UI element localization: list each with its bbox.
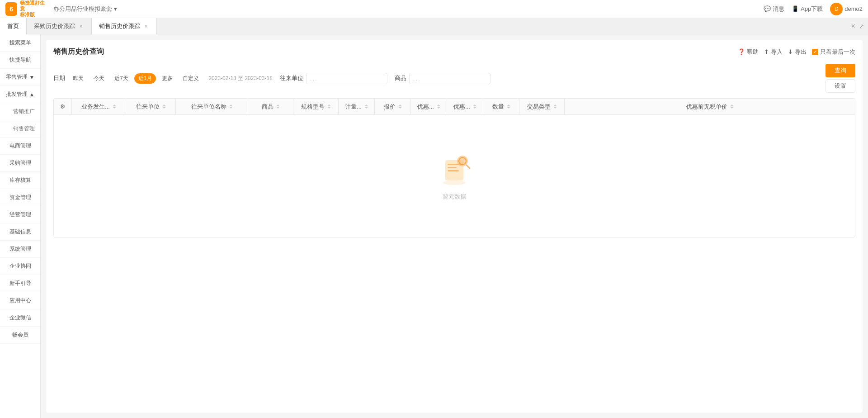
sidebar-item-ops-mgmt[interactable]: 经营管理 [0, 206, 40, 223]
sort-biz-date-icon [113, 104, 116, 109]
tab-sales-close[interactable]: × [143, 23, 149, 29]
th-partner-code[interactable]: 往来单位 [126, 99, 176, 114]
sidebar-item-purchase-mgmt[interactable]: 采购管理 [0, 155, 40, 172]
date-btn-7days[interactable]: 近7天 [110, 73, 132, 84]
svg-line-6 [467, 165, 470, 168]
sidebar-item-search-menu[interactable]: 搜索菜单 [0, 34, 40, 52]
date-filter-group: 日期 昨天 今天 近7天 近1月 更多 自定义 2023-02-18 至 202… [53, 73, 273, 84]
sort-spec-icon [327, 104, 331, 109]
wholesale-mgmt-label: 批发管理 [6, 90, 28, 98]
sort-qty-icon [507, 104, 510, 109]
sidebar-item-retail-mgmt[interactable]: 零售管理 ▼ [0, 69, 40, 86]
finance-mgmt-label: 资金管理 [9, 194, 31, 201]
tab-bar-actions: × ⤢ [851, 22, 868, 30]
sidebar-item-new-guide[interactable]: 新手引导 [0, 275, 40, 292]
date-label: 日期 [53, 74, 65, 82]
date-btn-yesterday[interactable]: 昨天 [69, 73, 88, 84]
th-gear[interactable]: ⚙ [54, 99, 72, 114]
date-btn-today[interactable]: 今天 [90, 73, 108, 84]
sidebar-item-wholesale-mgmt[interactable]: 批发管理 ▲ [0, 86, 40, 103]
goods-input[interactable]: ... [409, 73, 491, 84]
svg-rect-4 [448, 170, 459, 171]
sidebar-item-member[interactable]: 畅会员 [0, 327, 40, 344]
search-menu-label: 搜索菜单 [9, 39, 31, 47]
partner-label: 往来单位 [280, 74, 303, 82]
sort-partner-code-icon [162, 104, 166, 109]
th-partner-name[interactable]: 往来单位名称 [176, 99, 248, 114]
tab-sales-history[interactable]: 销售历史价跟踪 × [92, 18, 157, 34]
sidebar-item-finance-mgmt[interactable]: 资金管理 [0, 189, 40, 206]
retail-mgmt-label: 零售管理 [6, 73, 28, 81]
inventory-label: 库存核算 [9, 176, 31, 184]
help-icon: ❓ [738, 48, 745, 55]
sidebar-item-sales-mgmt[interactable]: 销售管理 [0, 120, 40, 138]
app-download-action[interactable]: 📱 App下载 [792, 5, 823, 13]
th-quote[interactable]: 报价 [375, 99, 411, 114]
tab-purchase-history[interactable]: 采购历史价跟踪 × [27, 18, 92, 34]
tab-bar: 首页 采购历史价跟踪 × 销售历史价跟踪 × × ⤢ [0, 18, 868, 34]
sidebar-item-enterprise-collab[interactable]: 企业协同 [0, 258, 40, 275]
main-layout: 搜索菜单 快捷导航 零售管理 ▼ 批发管理 ▲ 营销推广 销售管理 电商管理 采… [0, 34, 868, 418]
date-btn-more[interactable]: 更多 [158, 73, 177, 84]
th-qty[interactable]: 数量 [483, 99, 519, 114]
filter-row: 日期 昨天 今天 近7天 近1月 更多 自定义 2023-02-18 至 202… [53, 64, 855, 93]
sort-trade-type-icon [553, 104, 557, 109]
logo-text: 畅捷通好生意 标准版 [20, 0, 46, 18]
app-center-label: 应用中心 [9, 297, 31, 304]
sort-discount1-icon [437, 104, 440, 109]
th-biz-date[interactable]: 业务发生... [72, 99, 126, 114]
tab-purchase-close[interactable]: × [78, 23, 84, 29]
app-selector[interactable]: 办公用品行业模拟账套 ▾ [50, 3, 121, 15]
close-all-icon[interactable]: × [851, 22, 855, 30]
sidebar-item-marketing[interactable]: 营销推广 [0, 103, 40, 120]
sidebar: 搜索菜单 快捷导航 零售管理 ▼ 批发管理 ▲ 营销推广 销售管理 电商管理 采… [0, 34, 41, 418]
help-btn[interactable]: ❓ 帮助 [738, 48, 759, 56]
export-btn[interactable]: ⬇ 导出 [788, 48, 807, 56]
th-discount2[interactable]: 优惠... [447, 99, 483, 114]
sort-goods-icon [276, 104, 280, 109]
svg-point-0 [443, 180, 466, 185]
search-button[interactable]: 查询 [826, 64, 855, 77]
logo-icon: 6 [5, 2, 17, 16]
enterprise-collab-label: 企业协同 [9, 262, 31, 270]
quick-nav-label: 快捷导航 [9, 56, 31, 64]
only-last-checkbox[interactable]: ✓ 只看最后一次 [812, 48, 855, 56]
enterprise-wechat-label: 企业微信 [9, 314, 31, 322]
import-btn[interactable]: ⬆ 导入 [764, 48, 783, 56]
date-btn-1month[interactable]: 近1月 [134, 73, 156, 84]
header-right: 💬 消息 📱 App下载 D demo2 [764, 3, 863, 15]
sort-quote-icon [398, 104, 402, 109]
export-icon: ⬇ [788, 48, 793, 55]
sort-unit-icon [364, 104, 368, 109]
sidebar-item-ecommerce-mgmt[interactable]: 电商管理 [0, 138, 40, 155]
tab-home[interactable]: 首页 [0, 18, 27, 34]
empty-state: 暂元数据 [54, 115, 855, 237]
th-trade-type[interactable]: 交易类型 [519, 99, 565, 114]
top-header: 6 畅捷通好生意 标准版 办公用品行业模拟账套 ▾ 💬 消息 📱 App下载 D… [0, 0, 868, 18]
sidebar-item-basic-info[interactable]: 基础信息 [0, 223, 40, 241]
th-goods[interactable]: 商品 [248, 99, 293, 114]
sidebar-item-quick-nav[interactable]: 快捷导航 [0, 52, 40, 69]
setting-button[interactable]: 设置 [826, 79, 855, 93]
date-btn-custom[interactable]: 自定义 [179, 73, 203, 84]
sidebar-item-system-mgmt[interactable]: 系统管理 [0, 241, 40, 258]
partner-input[interactable]: ... [306, 73, 387, 84]
import-icon: ⬆ [764, 48, 769, 55]
th-pre-tax-price[interactable]: 优惠前无税单价 [565, 99, 855, 114]
purchase-mgmt-label: 采购管理 [9, 159, 31, 167]
sales-mgmt-label: 销售管理 [13, 125, 35, 133]
sidebar-item-enterprise-wechat[interactable]: 企业微信 [0, 309, 40, 327]
message-action[interactable]: 💬 消息 [764, 5, 784, 13]
user-action[interactable]: D demo2 [830, 3, 863, 15]
sidebar-item-app-center[interactable]: 应用中心 [0, 292, 40, 309]
th-discount1[interactable]: 优惠... [411, 99, 447, 114]
logo-area: 6 畅捷通好生意 标准版 [5, 0, 46, 18]
empty-text: 暂元数据 [443, 193, 466, 201]
expand-icon[interactable]: ⤢ [859, 23, 864, 30]
th-spec[interactable]: 规格型号 [293, 99, 339, 114]
content-area: 销售历史价查询 ❓ 帮助 ⬆ 导入 ⬇ 导出 ✓ [41, 34, 868, 418]
empty-illustration [436, 151, 472, 187]
new-guide-label: 新手引导 [9, 280, 31, 287]
sidebar-item-inventory[interactable]: 库存核算 [0, 172, 40, 189]
th-unit[interactable]: 计量... [339, 99, 375, 114]
